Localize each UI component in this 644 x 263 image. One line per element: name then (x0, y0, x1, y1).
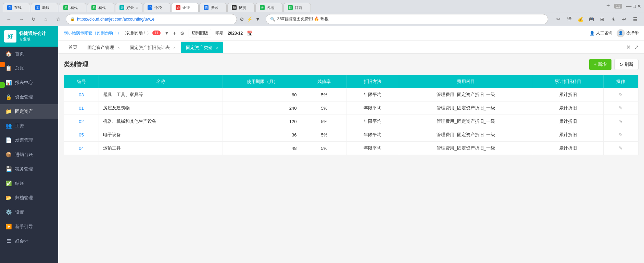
sidebar-item-close[interactable]: ✅ 结账 (0, 176, 58, 191)
edit-btn-3[interactable]: ✎ (619, 132, 623, 138)
edit-btn-2[interactable]: ✎ (619, 119, 623, 124)
browser-tab-3[interactable]: 易 易代 (59, 3, 86, 12)
extensions-icon[interactable]: ⚡ (247, 16, 253, 22)
forward-btn[interactable]: → (16, 14, 26, 24)
tab-label-8: 腾讯 (211, 5, 218, 10)
cell-method-2: 年限平均 (346, 115, 399, 128)
cell-action-2: ✎ (603, 115, 638, 128)
tab-icon-3: 易 (63, 5, 68, 10)
bookmark-btn[interactable]: ☆ (53, 14, 63, 24)
page-tab-fixed-mgmt[interactable]: 固定资产管理 × (82, 41, 125, 53)
browser-tab-2[interactable]: 文 新版 (31, 3, 58, 12)
edit-btn-4[interactable]: ✎ (619, 145, 623, 151)
grid-icon[interactable]: ⊞ (597, 14, 607, 24)
browser-tab-5[interactable]: 好 好会 × (115, 3, 142, 12)
cell-name-3: 电子设备 (99, 128, 223, 142)
page-tab-fixed-category[interactable]: 固定资产类别 × (181, 41, 223, 53)
refresh-table-btn[interactable]: ↻ 刷新 (614, 59, 639, 70)
page-title: 类别管理 (64, 60, 88, 69)
browser-chrome: 在 在线 文 新版 易 易代 易 易代 好 好会 × 个 个税 企 企业 腾 (0, 0, 644, 12)
sidebar-item-inventory[interactable]: 📦 进销台账 (0, 147, 58, 162)
sidebar-logo: 好 畅捷通好会计 专业版 (0, 26, 58, 47)
cell-method-0: 年限平均 (346, 88, 399, 101)
browser-tab-9[interactable]: 畅 畅提 (227, 3, 255, 12)
url-bar[interactable]: 🔒 https://cloud.chanjet.com/accounting/u… (66, 14, 237, 24)
sidebar-item-more[interactable]: ☰ 好会计 (0, 234, 58, 248)
scissors-icon[interactable]: ✂ (554, 14, 563, 24)
cell-method-4: 年限平均 (346, 142, 399, 155)
bookmarks-dropdown[interactable]: ▼ (255, 16, 260, 22)
refresh-btn[interactable]: ↻ (29, 14, 38, 24)
back-btn[interactable]: ← (4, 14, 14, 24)
menu-icon[interactable]: ☰ (630, 14, 640, 24)
sidebar-label-ledger: 总账 (15, 65, 24, 71)
browser-tab-8[interactable]: 腾 腾讯 (199, 3, 227, 12)
sidebar-item-archive[interactable]: 📂 归档管理 (0, 191, 58, 205)
translate-icon[interactable]: 译 (565, 14, 574, 24)
add-account-btn[interactable]: + (173, 30, 176, 36)
address-bar: ← → ↻ ⌂ ☆ 🔒 https://cloud.chanjet.com/ac… (0, 12, 644, 26)
new-tab-btn[interactable]: + (603, 1, 613, 11)
account-settings-btn[interactable]: ⚙ (180, 31, 185, 36)
browser-tab-10[interactable]: 各 各地 (255, 3, 283, 12)
sidebar-item-home[interactable]: 🏠 首页 (0, 47, 58, 61)
close-window-btn[interactable]: ✕ (637, 3, 641, 9)
browser-tab-6[interactable]: 个 个税 (143, 3, 171, 12)
sidebar-label-more: 好会计 (15, 238, 28, 244)
game-icon[interactable]: 🎮 (586, 14, 596, 24)
tab-close-fixed-mgmt[interactable]: × (117, 46, 119, 50)
sidebar-item-settings[interactable]: ⚙️ 设置 (0, 205, 58, 219)
cell-code-0: 03 (64, 88, 99, 101)
sidebar-item-report[interactable]: 📊 报表中心 (0, 75, 58, 90)
cell-name-0: 器具、工具、家具等 (99, 88, 223, 101)
logo-text-container: 畅捷通好会计 专业版 (19, 31, 46, 42)
sidebar-item-guide[interactable]: ▶️ 新手引导 (0, 219, 58, 234)
cell-action-0: ✎ (603, 88, 638, 101)
tab-close-5[interactable]: × (136, 6, 138, 10)
search-bar[interactable]: 🔍 360智能抠图免费用 🔥 热搜 (266, 14, 548, 24)
cell-expense-4: 管理费用_固定资产折旧_一级 (399, 142, 533, 155)
user-avatar[interactable]: 👤 徐泽华 (617, 29, 639, 37)
wallet-icon[interactable]: 💰 (576, 14, 585, 24)
switch-version-btn[interactable]: 切到旧版 (189, 29, 211, 37)
breadcrumb-home[interactable]: 首页 (64, 41, 82, 53)
sidebar-item-invoice[interactable]: 📄 发票管理 (0, 133, 58, 147)
calendar-icon[interactable]: 📅 (247, 31, 253, 36)
table-body: 03 器具、工具、家具等 60 5% 年限平均 管理费用_固定资产折旧_一级 累… (64, 88, 639, 155)
sidebar-item-payroll[interactable]: 👥 工资 (0, 119, 58, 133)
tab-close-window-icon[interactable]: ✕ (626, 44, 631, 50)
dropdown-arrow[interactable]: ▼ (165, 31, 169, 36)
tab-maximize-icon[interactable]: ⤢ (634, 44, 639, 50)
sidebar-item-ledger[interactable]: 📋 总账 (0, 61, 58, 75)
side-tag-orange[interactable] (0, 62, 5, 67)
tab-close-fixed-depreciation[interactable]: × (173, 46, 175, 50)
tab-close-fixed-category[interactable]: × (216, 46, 218, 50)
page-tab-fixed-depreciation[interactable]: 固定资产折旧统计表 × (125, 41, 180, 53)
edit-btn-0[interactable]: ✎ (619, 92, 623, 97)
browser-tab-7[interactable]: 企 企业 (171, 3, 199, 12)
support-btn[interactable]: 👤 人工咨询 (590, 30, 613, 36)
sidebar-item-fund[interactable]: 🔒 资金管理 (0, 90, 58, 104)
sidebar-item-tax[interactable]: 💾 税务管理 (0, 162, 58, 176)
maximize-btn[interactable]: □ (633, 3, 636, 9)
minimize-btn[interactable]: — (626, 3, 632, 9)
brightness-icon[interactable]: ☀ (608, 14, 618, 24)
site-settings-icon[interactable]: ⚙ (240, 16, 244, 22)
home-btn[interactable]: ⌂ (41, 14, 51, 24)
sidebar-item-fixed-asset[interactable]: 📁 固定资产 (0, 104, 58, 119)
url-text: https://cloud.chanjet.com/accounting/uw1… (77, 17, 154, 22)
browser-tab-4[interactable]: 易 易代 (87, 3, 114, 12)
add-btn[interactable]: + 新增 (589, 59, 611, 70)
side-tag-green[interactable] (0, 82, 5, 88)
tab-label-4: 易代 (98, 5, 106, 10)
cell-period-3: 36 (223, 128, 302, 142)
browser-tab-11[interactable]: 目 目前 (283, 3, 311, 12)
browser-tab-1[interactable]: 在 在线 (3, 3, 30, 12)
col-header-method: 折旧方法 (346, 75, 399, 88)
user-name[interactable]: 刘小艳演示账套（勿删勿动！） (64, 31, 121, 35)
edit-btn-1[interactable]: ✎ (619, 105, 623, 111)
table-row: 03 器具、工具、家具等 60 5% 年限平均 管理费用_固定资产折旧_一级 累… (64, 88, 639, 101)
cell-code-3: 05 (64, 128, 99, 142)
cell-residual-2: 5% (302, 115, 346, 128)
undo-icon[interactable]: ↩ (619, 14, 629, 24)
